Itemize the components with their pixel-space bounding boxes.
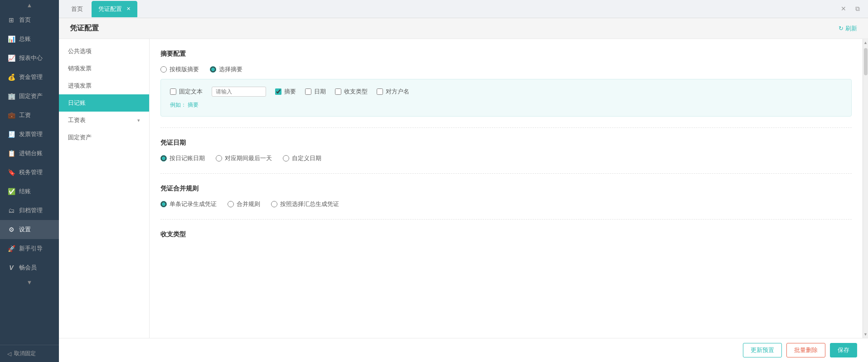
sidebar-item-salary-label: 工资 [19,111,31,119]
abstract-preview: 例如： 摘要 [170,101,842,109]
counter-name-option[interactable]: 对方户名 [377,88,409,96]
tab-close-icon[interactable]: ✕ [126,6,131,12]
income-type-checkbox[interactable] [335,88,341,95]
abstract-section: 摘要配置 按模版摘要 选择摘要 固定文本 [160,50,852,128]
tab-voucher-config[interactable]: 凭证配置 ✕ [92,1,137,17]
tax-icon: 🔖 [7,169,15,176]
custom-date-label: 自定义日期 [292,154,321,162]
sidebar-item-tax[interactable]: 🔖 税务管理 [0,163,59,182]
scrollbar-up-arrow[interactable]: ▲ [863,39,868,46]
refresh-icon: ↻ [839,25,844,32]
summary-option[interactable]: 摘要 [275,88,296,96]
sidebar-item-reports[interactable]: 📈 报表中心 [0,49,59,68]
page-title: 凭证配置 [70,24,99,33]
sidebar-item-purchase-sales[interactable]: 📋 进销台账 [0,144,59,163]
main-content: 摘要配置 按模版摘要 选择摘要 固定文本 [150,39,863,338]
left-nav-item-payroll[interactable]: 工资表 ▾ [59,112,149,129]
fixed-text-label: 固定文本 [179,88,203,96]
refresh-label: 刷新 [845,24,857,33]
sidebar-item-archive[interactable]: 🗂 归档管理 [0,201,59,220]
summary-checkbox[interactable] [275,88,281,95]
abstract-select-radio[interactable] [210,66,216,73]
sidebar-unpin-btn[interactable]: ◁ 取消固定 [0,345,59,362]
left-nav-journal-label: 日记账 [68,99,86,107]
fixed-text-option[interactable]: 固定文本 [170,88,203,96]
period-last-radio[interactable] [216,155,222,161]
select-merge-radio[interactable] [271,201,277,207]
period-last-option[interactable]: 对应期间最后一天 [216,154,272,162]
tab-close-window-btn[interactable]: ✕ [838,4,849,14]
left-nav-item-purchase-invoice[interactable]: 进项发票 [59,77,149,94]
income-type-section: 收支类型 [160,230,852,257]
scrollbar-thumb[interactable] [864,48,868,75]
save-button[interactable]: 保存 [830,343,857,357]
journal-date-label: 按日记账日期 [170,154,205,162]
left-nav: 公共选项 销项发票 进项发票 日记账 工资表 ▾ 固定资产 [59,39,150,338]
fixed-text-checkbox[interactable] [170,88,176,95]
sidebar-item-invoice[interactable]: 🧾 发票管理 [0,125,59,144]
sidebar-item-funds[interactable]: 💰 资金管理 [0,68,59,87]
abstract-template-label: 按模版摘要 [170,65,199,73]
sidebar-item-assets[interactable]: 🏢 固定资产 [0,87,59,106]
payroll-arrow-icon: ▾ [137,117,140,123]
sidebar-scroll-up[interactable]: ▲ [0,0,59,10]
sidebar-item-purchase-sales-label: 进销台账 [19,149,43,157]
refresh-button[interactable]: ↻ 刷新 [839,24,857,33]
abstract-select-option[interactable]: 选择摘要 [210,65,242,73]
sidebar-item-guide[interactable]: 🚀 新手引导 [0,239,59,258]
income-type-option[interactable]: 收支类型 [335,88,368,96]
single-record-option[interactable]: 单条记录生成凭证 [160,200,217,208]
left-nav-fixed-assets-label: 固定资产 [68,133,92,142]
batch-delete-button[interactable]: 批量删除 [786,343,825,357]
archive-icon: 🗂 [7,207,15,214]
left-nav-item-public[interactable]: 公共选项 [59,43,149,60]
sidebar-item-closing[interactable]: ✅ 结账 [0,182,59,201]
sidebar-item-settings[interactable]: ⚙ 设置 [0,220,59,239]
left-nav-item-fixed-assets[interactable]: 固定资产 [59,129,149,146]
tab-home[interactable]: 首页 [64,1,90,17]
sidebar-item-guide-label: 新手引导 [19,245,43,253]
income-type-label: 收支类型 [344,88,368,96]
sidebar-item-home[interactable]: ⊞ 首页 [0,10,59,29]
sidebar-item-vip-label: 畅会员 [19,264,37,272]
abstract-config-box: 固定文本 摘要 日期 收支类型 [160,79,852,117]
select-merge-option[interactable]: 按照选择汇总生成凭证 [271,200,339,208]
left-nav-item-sales-invoice[interactable]: 销项发票 [59,60,149,77]
journal-date-radio[interactable] [160,155,167,161]
single-record-radio[interactable] [160,201,167,207]
abstract-template-option[interactable]: 按模版摘要 [160,65,199,73]
sidebar-item-settings-label: 设置 [19,225,31,234]
scrollbar-down-arrow[interactable]: ▼ [863,331,868,338]
update-preview-button[interactable]: 更新预置 [743,343,782,357]
left-nav-payroll-label: 工资表 [68,116,86,124]
sidebar-item-vip[interactable]: V 畅会员 [0,258,59,277]
counter-name-checkbox[interactable] [377,88,383,95]
sidebar-item-tax-label: 税务管理 [19,168,43,176]
merge-rules-section: 凭证合并规则 单条记录生成凭证 合并规则 按照选择汇总生成凭证 [160,185,852,220]
abstract-template-radio[interactable] [160,66,167,73]
sidebar-scroll-down[interactable]: ▼ [0,277,59,288]
sidebar-item-assets-label: 固定资产 [19,92,43,100]
salary-icon: 💼 [7,112,15,119]
merge-rules-group: 单条记录生成凭证 合并规则 按照选择汇总生成凭证 [160,200,852,208]
date-option[interactable]: 日期 [305,88,326,96]
sidebar-item-ledger[interactable]: 📊 总账 [0,29,59,49]
sidebar-item-reports-label: 报表中心 [19,54,43,62]
sidebar-item-salary[interactable]: 💼 工资 [0,106,59,125]
purchase-sales-icon: 📋 [7,150,15,157]
fixed-text-input[interactable] [212,87,266,97]
left-nav-item-journal[interactable]: 日记账 [59,94,149,112]
merge-rule-radio[interactable] [228,201,234,207]
merge-rule-label: 合并规则 [237,200,260,208]
counter-name-label: 对方户名 [386,88,409,96]
abstract-preview-label: 例如： [170,102,186,108]
custom-date-radio[interactable] [283,155,289,161]
merge-rule-option[interactable]: 合并规则 [228,200,260,208]
tab-home-label: 首页 [71,5,83,13]
date-checkbox[interactable] [305,88,311,95]
main-area: 首页 凭证配置 ✕ ✕ ⧉ 凭证配置 ↻ 刷新 公共选项 销项发票 进项 [59,0,868,362]
tab-restore-btn[interactable]: ⧉ [853,4,863,14]
bottom-action-bar: 更新预置 批量删除 保存 [59,338,868,362]
journal-date-option[interactable]: 按日记账日期 [160,154,205,162]
custom-date-option[interactable]: 自定义日期 [283,154,321,162]
